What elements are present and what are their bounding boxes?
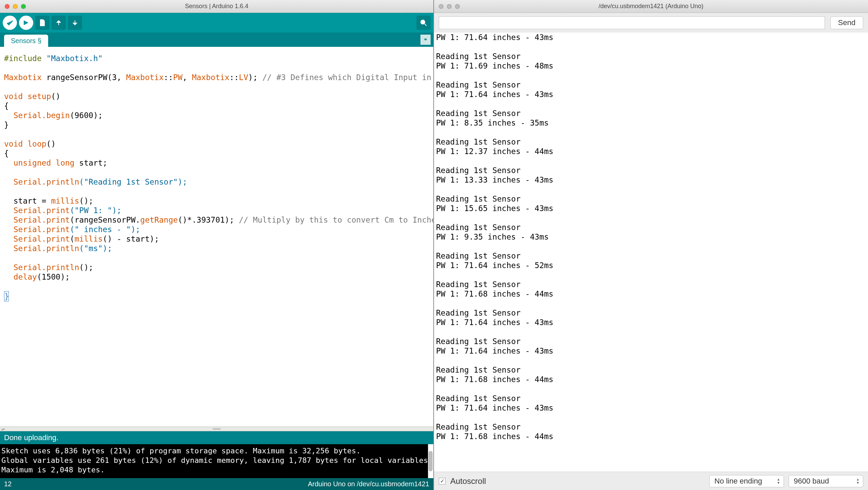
chevron-down-icon [423, 37, 428, 42]
console-line: Global variables use 261 bytes (12%) of … [1, 456, 433, 465]
pane-resize-handle[interactable]: ▴▾ [0, 427, 433, 431]
serial-monitor-window: /dev/cu.usbmodem1421 (Arduino Uno) Send … [434, 0, 868, 490]
arrow-up-icon [55, 19, 63, 27]
svg-marker-0 [24, 20, 28, 25]
save-sketch-button[interactable] [68, 16, 82, 30]
send-button-label: Send [838, 18, 855, 27]
updown-icon: ▲▼ [856, 478, 860, 484]
file-icon [38, 19, 46, 27]
svg-marker-3 [424, 39, 427, 41]
magnifier-icon [419, 19, 428, 27]
line-ending-select[interactable]: No line ending ▲▼ [709, 475, 784, 487]
autoscroll-label[interactable]: Autoscroll [450, 476, 486, 486]
new-sketch-button[interactable] [35, 16, 50, 30]
serial-titlebar: /dev/cu.usbmodem1421 (Arduino Uno) [434, 0, 868, 13]
serial-send-bar: Send [434, 13, 868, 33]
serial-monitor-button[interactable] [416, 16, 431, 30]
status-bar: Done uploading. [0, 431, 433, 444]
tab-sensors[interactable]: Sensors § [4, 35, 48, 47]
open-sketch-button[interactable] [52, 16, 66, 30]
serial-input[interactable] [439, 16, 825, 29]
upload-button[interactable] [19, 16, 33, 30]
tab-strip: Sensors § [0, 33, 433, 47]
arduino-ide-window: Sensors | Arduino 1.6.4 Sensors § #inclu… [0, 0, 434, 490]
serial-bottom-bar: ✓ Autoscroll No line ending ▲▼ 9600 baud… [434, 472, 868, 490]
arrow-down-icon [71, 19, 79, 27]
send-button[interactable]: Send [830, 16, 863, 29]
code-editor[interactable]: #include "Maxbotix.h" Maxbotix rangeSens… [0, 47, 433, 427]
console-line: Sketch uses 6,836 bytes (21%) of program… [1, 447, 361, 455]
compiler-console[interactable]: Sketch uses 6,836 bytes (21%) of program… [0, 444, 433, 478]
board-port-label: Arduino Uno on /dev/cu.usbmodem1421 [308, 480, 429, 488]
serial-output[interactable]: PW 1: 71.64 inches - 43ms Reading 1st Se… [434, 33, 868, 472]
ide-footer: 12 Arduino Uno on /dev/cu.usbmodem1421 [0, 478, 433, 490]
verify-button[interactable] [3, 16, 17, 30]
console-line: Maximum is 2,048 bytes. [1, 466, 105, 474]
baud-select[interactable]: 9600 baud ▲▼ [789, 475, 863, 487]
ide-titlebar: Sensors | Arduino 1.6.4 [0, 0, 433, 13]
check-icon [6, 19, 14, 27]
console-scrollbar[interactable] [428, 444, 433, 478]
serial-window-title: /dev/cu.usbmodem1421 (Arduino Uno) [434, 3, 868, 10]
arrow-right-icon [22, 19, 30, 27]
status-message: Done uploading. [4, 433, 58, 442]
scrollbar-thumb[interactable] [429, 451, 433, 471]
autoscroll-checkbox[interactable]: ✓ [439, 478, 446, 485]
line-ending-value: No line ending [714, 477, 762, 486]
svg-point-1 [421, 20, 425, 24]
updown-icon: ▲▼ [777, 478, 780, 484]
tab-label: Sensors § [11, 37, 41, 45]
ide-window-title: Sensors | Arduino 1.6.4 [0, 3, 433, 10]
tab-menu-button[interactable] [420, 35, 431, 45]
baud-value: 9600 baud [794, 477, 829, 486]
cursor-brace: } [4, 291, 9, 301]
ide-toolbar [0, 13, 433, 33]
svg-line-2 [425, 24, 427, 26]
